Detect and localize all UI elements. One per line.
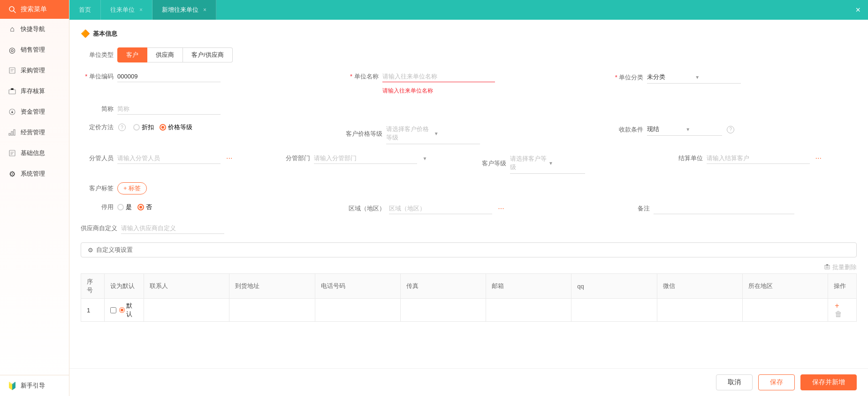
- remark-field: 备注: [617, 203, 857, 214]
- dept-input[interactable]: [314, 153, 417, 164]
- unit-code-input[interactable]: [117, 71, 221, 82]
- unit-name-field: 单位名称 请输入往来单位名称: [346, 71, 592, 95]
- address-input[interactable]: [235, 307, 309, 314]
- radio-price-level[interactable]: 价格等级: [160, 123, 192, 132]
- wechat-input[interactable]: [663, 307, 737, 314]
- customer-level-select[interactable]: 请选择客户等级 ▼: [510, 153, 585, 174]
- sidebar-item-guide[interactable]: 🔰 新手引导: [0, 375, 69, 396]
- radio-yes[interactable]: 是: [117, 203, 132, 211]
- sidebar-item-label: 库存核算: [21, 87, 45, 95]
- radio-discount[interactable]: 折扣: [133, 123, 154, 132]
- fax-input[interactable]: [406, 307, 480, 314]
- btn-type-supplier[interactable]: 供应商: [147, 47, 183, 62]
- short-name-input[interactable]: [117, 103, 221, 115]
- svg-rect-7: [14, 130, 15, 135]
- svg-rect-6: [11, 132, 13, 135]
- unit-name-input[interactable]: [382, 71, 495, 82]
- row-checkbox[interactable]: [110, 307, 116, 313]
- cell-address[interactable]: [229, 299, 315, 322]
- col-index: 序号: [81, 274, 105, 299]
- qq-input[interactable]: [577, 307, 651, 314]
- svg-rect-3: [9, 90, 15, 94]
- tab-bar: 首页 往来单位 × 新增往来单位 × ×: [69, 0, 868, 20]
- contact-input[interactable]: [150, 307, 223, 314]
- batch-delete-label[interactable]: 批量删除: [832, 263, 857, 272]
- close-trading-partner-icon[interactable]: ×: [139, 7, 143, 13]
- sidebar-item-label: 采购管理: [21, 66, 45, 75]
- pricing-method-field: 定价方法 ? 折扣 价格等级: [81, 123, 327, 132]
- tag-add-label: + 标签: [123, 184, 141, 193]
- add-row-icon[interactable]: +: [835, 302, 839, 310]
- sidebar-item-operations[interactable]: 经营管理: [0, 122, 69, 143]
- region-field: 区域（地区） ···: [349, 203, 588, 214]
- payment-help-icon[interactable]: ?: [727, 126, 734, 133]
- cell-region[interactable]: [742, 299, 828, 322]
- settlement-input[interactable]: [707, 153, 810, 164]
- phone-input[interactable]: [321, 307, 395, 314]
- settlement-field: 结算单位 ···: [670, 153, 857, 164]
- sidebar-item-finance[interactable]: 资金管理: [0, 101, 69, 122]
- table-row: 1 默认: [81, 299, 857, 322]
- home-icon: ⌂: [8, 24, 17, 34]
- region-more-icon[interactable]: ···: [498, 204, 504, 213]
- sidebar-search[interactable]: 搜索菜单: [0, 0, 69, 19]
- cell-default: 默认: [105, 299, 144, 322]
- sidebar-item-system[interactable]: ⚙ 系统管理: [0, 163, 69, 184]
- sidebar-item-basic-info[interactable]: 基础信息: [0, 143, 69, 163]
- tab-close-all-icon[interactable]: ×: [848, 5, 868, 15]
- manager-more-icon[interactable]: ···: [226, 154, 232, 163]
- sidebar-item-inventory[interactable]: 库存核算: [0, 81, 69, 101]
- sidebar-item-purchase[interactable]: 采购管理: [0, 60, 69, 81]
- radio-discount-circle: [133, 124, 140, 131]
- unit-category-select[interactable]: 未分类 ▼: [647, 71, 741, 84]
- btn-type-both[interactable]: 客户/供应商: [183, 47, 233, 62]
- tags-label: 客户标签: [81, 184, 114, 193]
- delete-row-icon[interactable]: 🗑: [835, 310, 842, 318]
- sidebar-item-quick-nav[interactable]: ⌂ 快捷导航: [0, 19, 69, 39]
- dept-label: 分管部门: [277, 154, 310, 163]
- cancel-button[interactable]: 取消: [716, 374, 753, 390]
- tab-new-partner-label: 新增往来单位: [162, 6, 198, 14]
- radio-no[interactable]: 否: [137, 203, 152, 211]
- email-input[interactable]: [492, 307, 565, 314]
- tab-new-partner[interactable]: 新增往来单位 ×: [152, 0, 216, 20]
- tab-home[interactable]: 首页: [69, 0, 101, 20]
- save-button[interactable]: 保存: [758, 374, 795, 390]
- cell-wechat[interactable]: [657, 299, 742, 322]
- short-name-row: 简称: [81, 103, 857, 115]
- payment-terms-select[interactable]: 现结 ▼: [647, 123, 722, 136]
- pricing-row: 定价方法 ? 折扣 价格等级 客户价格等级 请选择客户价格等级: [81, 123, 857, 144]
- price-level-arrow-icon: ▼: [434, 131, 480, 136]
- unit-type-label: 单位类型: [81, 51, 114, 59]
- supplier-custom-row: 供应商自定义: [81, 223, 857, 234]
- svg-rect-5: [9, 133, 10, 135]
- settlement-more-icon[interactable]: ···: [815, 154, 822, 163]
- btn-type-customer[interactable]: 客户: [117, 47, 147, 62]
- cell-email[interactable]: [486, 299, 571, 322]
- supplier-custom-input[interactable]: [121, 223, 224, 234]
- cell-fax[interactable]: [400, 299, 486, 322]
- pricing-label: 定价方法: [81, 123, 114, 132]
- close-new-partner-icon[interactable]: ×: [203, 7, 206, 13]
- tags-row: 客户标签 + 标签: [81, 182, 857, 194]
- tab-trading-partner[interactable]: 往来单位 ×: [101, 0, 152, 20]
- cell-contact[interactable]: [144, 299, 229, 322]
- price-level-select[interactable]: 请选择客户价格等级 ▼: [386, 123, 480, 144]
- manager-input[interactable]: [117, 153, 221, 164]
- region-input[interactable]: [389, 203, 492, 214]
- supplier-custom-field: 供应商自定义: [81, 223, 857, 234]
- table-region-input[interactable]: [748, 307, 822, 314]
- col-default: 设为默认: [105, 274, 144, 299]
- pricing-help-icon[interactable]: ?: [118, 124, 126, 131]
- remark-input[interactable]: [654, 203, 794, 214]
- customer-level-placeholder: 请选择客户等级: [510, 155, 547, 171]
- sidebar-item-sales[interactable]: ◎ 销售管理: [0, 39, 69, 60]
- cell-qq[interactable]: [571, 299, 657, 322]
- unit-name-label: 单位名称: [346, 72, 379, 81]
- save-new-button[interactable]: 保存并新增: [800, 374, 857, 390]
- col-phone: 电话号码: [315, 274, 400, 299]
- col-fax: 传真: [400, 274, 486, 299]
- tag-add-button[interactable]: + 标签: [117, 182, 147, 194]
- cell-phone[interactable]: [315, 299, 400, 322]
- custom-settings-button[interactable]: ⚙ 自定义项设置: [81, 242, 857, 257]
